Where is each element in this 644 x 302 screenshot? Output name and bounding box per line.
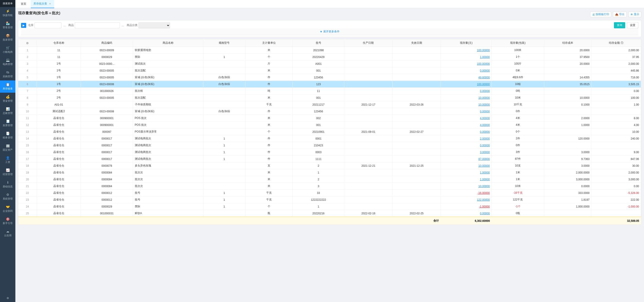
row-name: 批次次 <box>133 176 203 183</box>
category-select[interactable] <box>138 23 170 28</box>
row-qty-pkg: 10米 <box>492 94 544 101</box>
row-amount: 1.00 <box>592 101 641 108</box>
sidebar-item-collab[interactable]: 🤝 企业协同 <box>0 203 16 215</box>
row-batch: 2 <box>293 176 344 183</box>
table-row: 2 11 0000029 禁际 1 个 20220429 1.00000 1个 … <box>18 54 641 61</box>
sidebar-item-invoice[interactable]: 🧾 发票管理 <box>0 117 16 129</box>
sidebar-item-hr[interactable]: 👤 工资 <box>0 154 16 166</box>
print-btn[interactable]: 🖨 按模板打印 <box>590 12 611 17</box>
row-spec: 1 <box>203 54 245 61</box>
sidebar-item-accounts[interactable]: 📊 总账管理 <box>0 105 16 117</box>
row-qty-pkg: 4组9.6件 <box>492 74 544 81</box>
row-warehouse: 晶省仓仓 <box>37 176 81 183</box>
table-row: 11 晶省仓仓 000900001 POS 批次 米 002 4.00000 4… <box>18 115 641 122</box>
row-unit: 斤 <box>245 61 293 67</box>
row-prod-date <box>344 142 392 149</box>
sidebar-item-fixed-assets[interactable]: 🏢 固定资产 <box>0 141 16 154</box>
row-cost <box>544 142 592 149</box>
row-name: 富城 (白色/灰棕) <box>133 108 203 115</box>
row-exp-date <box>392 176 441 183</box>
row-name: POS 批次 <box>133 122 203 128</box>
row-batch: A001 <box>293 61 344 67</box>
row-qty-main: 2.00000 <box>441 135 492 142</box>
row-num: 20 <box>18 176 37 183</box>
row-spec: 1 <box>203 203 245 210</box>
col-unit: 主计量单位 <box>245 39 293 47</box>
warehouse-input[interactable] <box>34 23 62 28</box>
row-code: 0000084 <box>81 176 133 183</box>
data-table: ⊙ 仓库名称 商品编码 商品名称 规格型号 主计量单位 批号 生产日期 失效日期… <box>18 39 641 225</box>
row-unit: 米 <box>245 176 293 183</box>
sidebar-item-wholesale[interactable]: 📦 批发管理 <box>0 32 16 44</box>
row-qty-pkg: 87件 <box>492 156 544 163</box>
row-qty-main: 0.00000 <box>441 67 492 74</box>
row-qty-pkg: 1米 <box>492 176 544 183</box>
expand-more-btn[interactable]: ▼ 展开更多条件 <box>320 30 340 34</box>
row-name: 测试批次 <box>133 61 203 67</box>
row-num: 24 <box>18 203 37 210</box>
tab-close-btn[interactable]: ✕ <box>48 2 52 5</box>
row-warehouse: A01-01 <box>37 101 81 108</box>
hr-icon: 👤 <box>6 156 10 160</box>
row-spec <box>203 115 245 122</box>
sidebar-logo[interactable]: 搜索菜单 <box>0 0 16 7</box>
row-qty-main: 1.00000 <box>441 169 492 176</box>
settings-filter-btn[interactable]: 设置 <box>627 22 638 28</box>
show-btn[interactable]: 👁 显示 <box>628 12 641 17</box>
row-prod-date <box>344 61 392 67</box>
row-num: 22 <box>18 190 37 196</box>
product-label: 商品 <box>68 23 74 27</box>
tax-icon: 📑 <box>6 132 10 135</box>
search-btn[interactable]: 查询 <box>614 22 625 28</box>
row-code <box>81 101 133 108</box>
row-spec: 1 <box>203 156 245 163</box>
sidebar-item-finance[interactable]: 💰 资金管理 <box>0 93 16 105</box>
basic-info-icon: ℹ <box>7 181 8 184</box>
sidebar-item-basic-info[interactable]: ℹ 基础信息 <box>0 178 16 191</box>
filter-expand-btn[interactable]: ▶ <box>21 23 26 28</box>
row-exp-date <box>392 74 441 81</box>
row-prod-date <box>344 108 392 115</box>
sidebar-settings-btn[interactable]: ⚙ <box>0 294 16 302</box>
table-row: 1 11 0023-00009 软胶通用地垫 米 2021098 100.000… <box>18 47 641 54</box>
sidebar-item-inventory[interactable]: 📋 库存核查 <box>0 80 16 93</box>
product-input[interactable] <box>75 23 120 28</box>
row-qty-pkg: 10组 <box>492 81 544 88</box>
row-unit: 个 <box>245 128 293 135</box>
export-icon: 📤 <box>615 13 618 16</box>
row-code: 0000017 <box>81 149 133 156</box>
footer-qty-total: 6,302.60000 <box>441 217 492 225</box>
row-spec: 1 <box>203 196 245 203</box>
row-cost: 35.0515 <box>544 81 592 88</box>
tab-inventory-batch[interactable]: 库存批次查 ✕ <box>31 0 54 8</box>
row-cost: 10.0000 <box>544 94 592 101</box>
row-num: 2 <box>18 54 37 61</box>
row-amount: 3,505.15 <box>592 81 641 88</box>
sidebar-item-ecommerce[interactable]: 💻 电商管理 <box>0 56 16 68</box>
export-btn[interactable]: 📤 导出 <box>613 12 626 17</box>
row-code: 0023-00005 <box>81 67 133 74</box>
product-filter: 商品 ... <box>68 23 125 28</box>
sidebar-item-cloud[interactable]: ☁ 云应用 <box>0 227 16 239</box>
sidebar-item-quick-nav[interactable]: ⚡ 快捷导航 <box>0 7 16 19</box>
sidebar-item-label: 资金管理 <box>3 99 13 103</box>
table-row: 13 晶省仓仓 000097 POS显示率淡异常 个 20210901 2021… <box>18 128 641 135</box>
row-prod-date <box>344 190 392 196</box>
row-prod-date <box>344 122 392 128</box>
tab-home[interactable]: 首页 <box>18 0 29 8</box>
sidebar-item-ops[interactable]: 📈 经营管理 <box>0 166 16 178</box>
table-row: 16 晶省仓仓 0000017 测试电商批次 1 件 0003 3.00000 … <box>18 149 641 156</box>
sidebar-item-micro[interactable]: 🛒 小船电商 <box>0 44 16 56</box>
row-warehouse: 晶省仓仓 <box>37 196 81 203</box>
sidebar-item-sys-mgmt[interactable]: ⚙ 系统管理 <box>0 191 16 203</box>
sidebar-item-tax[interactable]: 📑 税务管理 <box>0 129 16 141</box>
sidebar-item-new-guide[interactable]: 🎯 新手引导 <box>0 215 16 227</box>
sidebar-item-purchase[interactable]: 🛍 采购管理 <box>0 68 16 80</box>
sidebar-item-retail[interactable]: 🏪 零售管理 <box>0 19 16 32</box>
row-spec <box>203 122 245 128</box>
row-qty-pkg: 0米 <box>492 67 544 74</box>
row-amount: 10.00 <box>592 128 641 135</box>
row-unit: 米 <box>245 115 293 122</box>
row-prod-date <box>344 196 392 203</box>
table-row: 4 1号 0023-00005 批次适配 米 001 0.00000 0米 44… <box>18 67 641 74</box>
